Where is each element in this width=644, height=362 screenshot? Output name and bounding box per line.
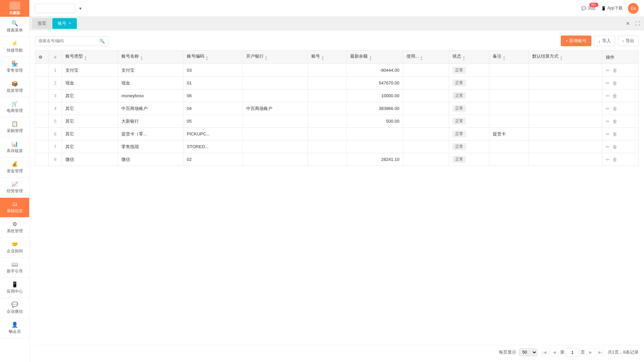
col-account[interactable]: 账号▲▼ xyxy=(308,51,347,64)
export-button[interactable]: ↑ 导出 xyxy=(618,36,639,46)
messages-button[interactable]: 💬 消息 99+ xyxy=(581,5,596,11)
row-name: 现金 xyxy=(118,77,183,89)
col-status[interactable]: 状态▲▼ xyxy=(449,51,489,64)
col-default-settle[interactable]: 默认结算方式▲▼ xyxy=(529,51,602,64)
last-page-button[interactable]: ▶| xyxy=(596,348,605,357)
col-name[interactable]: 账号名称▲▼ xyxy=(118,51,183,64)
top-search-input[interactable] xyxy=(35,4,75,13)
add-account-button[interactable]: + 新增账号 xyxy=(561,36,591,46)
col-balance[interactable]: 最新余额▲▼ xyxy=(347,51,403,64)
edit-icon[interactable]: ✏ xyxy=(606,119,610,124)
row-num: 2 xyxy=(49,77,62,89)
col-bank[interactable]: 开户银行▲▼ xyxy=(243,51,308,64)
import-button[interactable]: ↓ 导入 xyxy=(594,36,615,46)
search-button[interactable]: 🔍 xyxy=(96,37,108,46)
row-num: 5 xyxy=(49,115,62,128)
row-settings xyxy=(35,102,49,115)
edit-icon[interactable]: ✏ xyxy=(606,144,610,149)
edit-icon[interactable]: ✏ xyxy=(606,93,610,99)
page-size-select[interactable]: 50 100 200 xyxy=(519,348,537,356)
dropdown-button[interactable]: ▾ xyxy=(79,6,82,11)
status-badge: 正常 xyxy=(452,92,466,99)
row-status: 正常 xyxy=(449,77,489,89)
row-settings xyxy=(35,77,49,89)
next-page-button[interactable]: ▶ xyxy=(586,348,595,357)
toolbar: 🔍 + 新增账号 ↓ 导入 ↑ 导出 xyxy=(35,36,639,46)
tab-account[interactable]: 账号✕ xyxy=(52,18,77,29)
delete-icon[interactable]: 🗑 xyxy=(612,106,617,111)
sidebar-item-enterprise-agreement[interactable]: 🤝企业协同 xyxy=(0,238,29,258)
edit-icon[interactable]: ✏ xyxy=(606,80,610,86)
app-download-button[interactable]: 📱 App下载 xyxy=(601,5,623,11)
edit-icon[interactable]: ✏ xyxy=(606,68,610,73)
sidebar-item-operations[interactable]: 📈经营管理 xyxy=(0,178,29,198)
row-balance xyxy=(347,128,403,140)
row-type: 其它 xyxy=(62,128,118,140)
row-status: 正常 xyxy=(449,64,489,77)
sidebar-item-retail[interactable]: 🏪零售管理 xyxy=(0,57,29,77)
avatar[interactable]: Ea xyxy=(628,3,639,14)
sidebar-item-purchase[interactable]: 📋采购管理 xyxy=(0,117,29,137)
row-bank xyxy=(243,140,308,153)
export-label: 导出 xyxy=(626,38,634,44)
logo-icon xyxy=(9,2,20,10)
col-code[interactable]: 账号编码▲▼ xyxy=(183,51,243,64)
row-account xyxy=(308,153,347,166)
search-input[interactable] xyxy=(35,37,96,45)
sidebar-item-system[interactable]: ⚙系统管理 xyxy=(0,218,29,238)
delete-icon[interactable]: 🗑 xyxy=(612,119,617,124)
sidebar-icon-wholesale: 📦 xyxy=(11,80,18,87)
maximize-tab-button[interactable]: ⛶ xyxy=(634,19,641,27)
delete-icon[interactable]: 🗑 xyxy=(612,157,617,162)
row-account xyxy=(308,77,347,89)
first-page-button[interactable]: |◀ xyxy=(540,348,549,357)
col-usage[interactable]: 使用...▲▼ xyxy=(403,51,449,64)
sidebar-item-search-menu[interactable]: 🔍搜索菜单 xyxy=(0,17,29,37)
sidebar-item-inventory[interactable]: 📊库存核算 xyxy=(0,137,29,158)
col-type[interactable]: 账号类型▲▼ xyxy=(62,51,118,64)
prev-page-button[interactable]: ◀ xyxy=(550,348,559,357)
col-notes[interactable]: 备注▲▼ xyxy=(489,51,529,64)
sidebar-item-wholesale[interactable]: 📦批发管理 xyxy=(0,77,29,97)
row-status: 正常 xyxy=(449,115,489,128)
edit-icon[interactable]: ✏ xyxy=(606,106,610,111)
sidebar-item-app-center[interactable]: 📱应用中心 xyxy=(0,278,29,298)
row-balance: -90444.00 xyxy=(347,64,403,77)
col-settings[interactable]: ⚙ xyxy=(35,51,49,64)
row-num: 7 xyxy=(49,140,62,153)
app-subtitle: 乐惠版 xyxy=(9,10,20,15)
sidebar-item-basic-info[interactable]: 🗂基础信息 xyxy=(0,198,29,218)
table-row: 6 其它 提货卡（零... PICKUPC... 正常 提货卡 ✏ 🗑 xyxy=(35,128,639,140)
row-balance xyxy=(347,140,403,153)
sidebar-item-member[interactable]: 👤畅会员 xyxy=(0,318,29,338)
delete-icon[interactable]: 🗑 xyxy=(612,68,617,73)
edit-icon[interactable]: ✏ xyxy=(606,157,610,162)
page-size-label: 每页显示 xyxy=(499,349,516,355)
sidebar-label-inventory: 库存核算 xyxy=(7,148,23,154)
tab-close-account[interactable]: ✕ xyxy=(68,21,71,25)
row-num: 8 xyxy=(49,153,62,166)
tab-home[interactable]: 首页 xyxy=(32,18,52,29)
sidebar-item-quick-nav[interactable]: ⚡快捷导航 xyxy=(0,37,29,57)
row-usage xyxy=(403,89,449,102)
row-code: STORED... xyxy=(183,140,243,153)
row-default-settle xyxy=(529,140,602,153)
delete-icon[interactable]: 🗑 xyxy=(612,144,617,149)
delete-icon[interactable]: 🗑 xyxy=(612,80,617,86)
row-status: 正常 xyxy=(449,140,489,153)
sidebar-label-member: 畅会员 xyxy=(9,329,21,335)
delete-icon[interactable]: 🗑 xyxy=(612,93,617,99)
delete-icon[interactable]: 🗑 xyxy=(612,131,617,137)
tab-label-account: 账号 xyxy=(58,20,66,26)
sidebar-item-enterprise-wechat[interactable]: 💬企业微信 xyxy=(0,298,29,318)
page-input[interactable] xyxy=(566,348,579,357)
close-tab-button[interactable]: ✕ xyxy=(625,19,631,27)
row-status: 正常 xyxy=(449,153,489,166)
messages-badge: 99+ xyxy=(589,3,598,7)
sidebar-item-ecommerce[interactable]: 🛒电商管理 xyxy=(0,97,29,117)
edit-icon[interactable]: ✏ xyxy=(606,131,610,137)
sidebar-item-new-guide[interactable]: 📖新手引导 xyxy=(0,258,29,278)
avatar-text: Ea xyxy=(631,6,636,11)
page-nav: |◀ ◀ 第 页 ▶ ▶| xyxy=(540,348,605,357)
sidebar-item-finance[interactable]: 💰资金管理 xyxy=(0,158,29,178)
